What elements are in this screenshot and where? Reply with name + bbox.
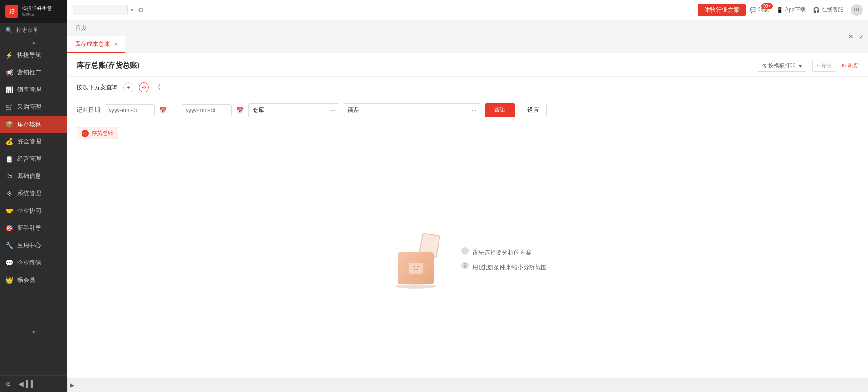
date-separator: — xyxy=(171,107,177,114)
search-icon: 🔍 xyxy=(5,27,13,34)
goods-label: 商品 xyxy=(348,106,360,114)
topbar-settings-icon[interactable]: ⚙ xyxy=(136,5,146,15)
nav-label-newbie: 新手引导 xyxy=(17,224,41,232)
main-area: ▼ ⚙ 体验行业方案 💬 消息 99+ 📱 App下载 🎧 在线客服 Rit xyxy=(67,0,868,392)
tab-inventory-cost[interactable]: 库存成本总账✕ xyxy=(67,36,125,53)
warehouse-select[interactable]: 仓库 ··· xyxy=(248,103,339,117)
user-name: Rit xyxy=(854,7,859,12)
nav-icon-wechat: 💬 xyxy=(5,259,13,266)
tab-list: 首页库存成本总账✕ xyxy=(67,20,125,53)
empty-box-shadow xyxy=(395,284,436,289)
calendar-start-icon[interactable]: 📅 xyxy=(159,107,167,114)
nav-icon-inventory: 📦 xyxy=(5,121,13,128)
nav-icon-purchase: 🛒 xyxy=(5,103,13,111)
breadcrumb: ▼ ⚙ xyxy=(73,5,694,15)
page-title: 库存总账(存货总账) xyxy=(77,61,140,71)
app-download-item[interactable]: 📱 App下载 xyxy=(776,6,806,14)
nav-icon-app-center: 🔧 xyxy=(5,242,13,249)
export-button[interactable]: ↑ 导出 xyxy=(812,60,836,72)
scheme-tag-label: 存货总账 xyxy=(92,129,113,137)
sidebar-item-finance[interactable]: 💰 资金管理 xyxy=(0,133,67,150)
sidebar-item-member[interactable]: 👑 畅会员 xyxy=(0,271,67,289)
user-avatar[interactable]: Rit xyxy=(851,4,863,16)
refresh-label: 刷新 xyxy=(848,62,859,70)
sidebar-item-purchase[interactable]: 🛒 采购管理 xyxy=(0,98,67,116)
filter-add-button[interactable]: + xyxy=(123,82,133,92)
query-button[interactable]: 查询 xyxy=(485,103,515,117)
nav-label-purchase: 采购管理 xyxy=(17,103,41,111)
nav-label-base: 基础信息 xyxy=(17,172,41,180)
sidebar-item-operation[interactable]: 📋 经营管理 xyxy=(0,150,67,168)
nav-icon-system: ⚙ xyxy=(5,190,13,197)
sidebar-item-sales[interactable]: 📊 销售管理 xyxy=(0,81,67,98)
calendar-end-icon[interactable]: 📅 xyxy=(236,107,244,114)
message-icon: 💬 xyxy=(750,7,756,13)
sidebar-bottom: ⚙ ◀▐▐ xyxy=(0,375,67,392)
sidebar-item-inventory[interactable]: 📦 库存核算 xyxy=(0,116,67,133)
tab-home[interactable]: 首页 xyxy=(67,20,125,36)
tab-close-inventory-cost[interactable]: ✕ xyxy=(114,41,118,47)
empty-illustration xyxy=(388,234,443,289)
chevron-down-icon[interactable]: ▼ xyxy=(129,7,134,13)
refresh-button[interactable]: ↻ 刷新 xyxy=(842,62,859,70)
messages-item[interactable]: 💬 消息 99+ xyxy=(750,6,769,14)
nav-icon-quick-nav: ⚡ xyxy=(5,51,13,59)
goods-more-icon[interactable]: ··· xyxy=(472,107,476,113)
nav-label-member: 畅会员 xyxy=(17,276,35,284)
date-start-input[interactable] xyxy=(105,104,155,116)
close-panel-icon[interactable]: ✕ xyxy=(846,32,855,41)
scroll-down-indicator[interactable]: ▼ xyxy=(0,328,67,336)
filter-collapse-button[interactable]: 《 xyxy=(154,83,161,92)
sidebar-item-cooperation[interactable]: 🤝 企业协同 xyxy=(0,202,67,219)
content-area: 库存总账(存货总账) 🖨 按模板打印 ▼ ↑ 导出 ↻ 刷新 按以下方案查询 xyxy=(67,53,868,378)
headset-icon: 🎧 xyxy=(813,7,820,13)
sidebar: 好 畅捷通好生意 标准版 🔍 搜索菜单 ▲ ⚡ 快捷导航 📢 营销推广 📊 销售… xyxy=(0,0,67,392)
sidebar-logo: 好 畅捷通好生意 标准版 xyxy=(0,0,67,23)
right-panel: ▶ xyxy=(67,378,77,392)
nav-label-system: 系统管理 xyxy=(17,189,41,198)
sidebar-item-app-center[interactable]: 🔧 应用中心 xyxy=(0,237,67,254)
print-chevron-icon: ▼ xyxy=(797,63,803,69)
nav-icon-finance: 💰 xyxy=(5,138,13,145)
scroll-up-indicator[interactable]: ▲ xyxy=(0,38,67,46)
scheme-section: ◎ 存货总账 xyxy=(67,122,868,144)
trial-button[interactable]: 体验行业方案 xyxy=(698,4,746,16)
export-label: 导出 xyxy=(821,62,832,70)
goods-select[interactable]: 商品 ··· xyxy=(344,103,480,117)
expand-icon[interactable]: ⤢ xyxy=(859,33,864,40)
sidebar-item-wechat[interactable]: 💬 企业微信 xyxy=(0,254,67,271)
empty-hints: 1 请先选择要分析的方案 2 用[过滤]条件来缩小分析范围 xyxy=(461,247,546,276)
nav-label-inventory: 库存核算 xyxy=(17,120,41,128)
filter-label: 按以下方案查询 xyxy=(77,83,118,92)
online-service-item[interactable]: 🎧 在线客服 xyxy=(813,6,843,14)
print-template-button[interactable]: 🖨 按模板打印 ▼ xyxy=(757,60,807,72)
sidebar-item-quick-nav[interactable]: ⚡ 快捷导航 xyxy=(0,46,67,64)
warehouse-more-icon[interactable]: ··· xyxy=(331,107,335,113)
hint-step-1: 1 请先选择要分析的方案 xyxy=(461,247,546,259)
date-end-input[interactable] xyxy=(182,104,232,116)
settings-button[interactable]: 设置 xyxy=(520,103,547,117)
step-2-num: 2 xyxy=(461,262,469,269)
filter-inputs: 记账日期 📅 — 📅 仓库 ··· 商品 ··· 查询 设置 xyxy=(67,98,868,122)
settings-icon[interactable]: ⚙ xyxy=(5,380,11,387)
sidebar-item-base[interactable]: 🗂 基础信息 xyxy=(0,168,67,185)
logo-icon: 好 xyxy=(5,5,18,18)
filter-settings-circle-button[interactable]: ⊙ xyxy=(139,82,149,92)
sidebar-item-marketing[interactable]: 📢 营销推广 xyxy=(0,64,67,81)
sidebar-item-system[interactable]: ⚙ 系统管理 xyxy=(0,185,67,202)
sidebar-search[interactable]: 🔍 搜索菜单 xyxy=(0,23,67,38)
topbar-right: 💬 消息 99+ 📱 App下载 🎧 在线客服 Rit xyxy=(750,4,863,16)
page-header-actions: 🖨 按模板打印 ▼ ↑ 导出 ↻ 刷新 xyxy=(757,60,859,72)
right-panel-tab[interactable]: ▶ xyxy=(68,378,77,392)
nav-icon-member: 👑 xyxy=(5,276,13,284)
messages-badge: 99+ xyxy=(761,3,773,9)
sidebar-nav: ⚡ 快捷导航 📢 营销推广 📊 销售管理 🛒 采购管理 📦 库存核算 💰 资金管… xyxy=(0,46,67,289)
nav-label-operation: 经营管理 xyxy=(17,155,41,163)
nav-icon-marketing: 📢 xyxy=(5,69,13,76)
breadcrumb-input[interactable] xyxy=(73,5,128,15)
scheme-tag[interactable]: ◎ 存货总账 xyxy=(77,127,118,139)
empty-box-shape xyxy=(398,252,434,284)
tab-controls: ✕ ⤢ xyxy=(846,32,868,41)
sidebar-item-newbie[interactable]: 🎯 新手引导 xyxy=(0,219,67,237)
audio-icon[interactable]: ◀▐▐ xyxy=(19,380,33,387)
